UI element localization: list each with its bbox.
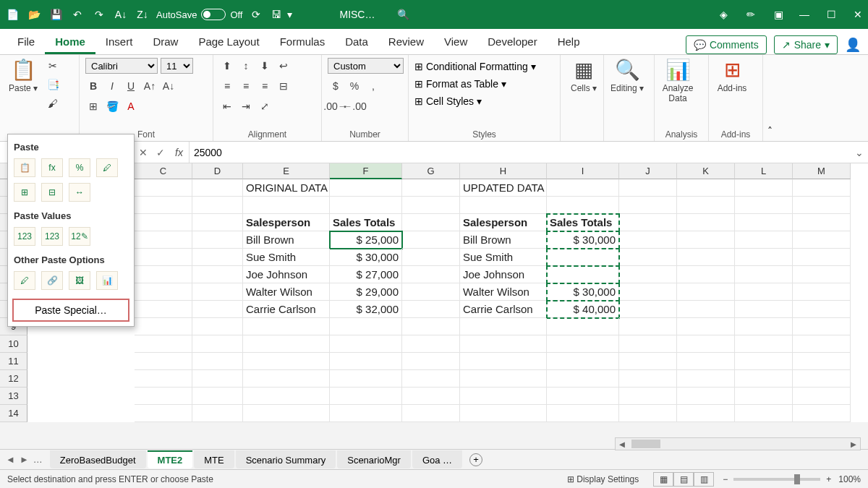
cell-H8[interactable]: Carrie Carlson: [460, 301, 547, 318]
cell-G14[interactable]: [402, 405, 460, 422]
paste-option-3-icon[interactable]: %: [69, 158, 90, 177]
cell-H6[interactable]: Joe Johnson: [460, 266, 547, 283]
tab-insert[interactable]: Insert: [95, 31, 143, 54]
cell-C11[interactable]: [135, 353, 192, 370]
cell-J1[interactable]: [619, 179, 677, 197]
toggle-switch[interactable]: [201, 9, 226, 20]
cells-button[interactable]: ▦ Cells ▾: [566, 58, 601, 93]
row-header-14[interactable]: 14: [0, 405, 27, 422]
cell-K2[interactable]: [677, 197, 735, 214]
cell-F8[interactable]: $ 32,000: [330, 301, 402, 318]
cell-G6[interactable]: [402, 266, 460, 283]
scroll-left-icon[interactable]: ◄: [616, 439, 629, 450]
cell-M4[interactable]: [793, 231, 851, 249]
cell-F2[interactable]: [330, 197, 402, 214]
cell-K11[interactable]: [677, 353, 735, 370]
cell-J4[interactable]: [619, 231, 677, 249]
normal-view-icon[interactable]: ▦: [653, 472, 673, 487]
cell-F14[interactable]: [330, 405, 402, 422]
search-icon[interactable]: 🔍: [396, 8, 409, 21]
font-size-select[interactable]: 11: [161, 58, 193, 74]
cell-I4[interactable]: $ 30,000: [547, 231, 619, 249]
save-icon[interactable]: 💾: [49, 8, 62, 21]
wrap-text-icon[interactable]: ↩: [276, 58, 292, 74]
align-top-icon[interactable]: ⬆: [219, 58, 235, 74]
cell-L1[interactable]: [735, 179, 793, 197]
col-header-F[interactable]: F: [330, 163, 402, 179]
paste-button[interactable]: 📋 Paste ▾: [6, 58, 41, 93]
row-header-12[interactable]: 12: [0, 370, 27, 388]
sheet-tab-5[interactable]: ScenarioMgr: [337, 450, 411, 468]
cell-M5[interactable]: [793, 249, 851, 266]
cell-G8[interactable]: [402, 301, 460, 318]
cell-L5[interactable]: [735, 249, 793, 266]
cell-L2[interactable]: [735, 197, 793, 214]
cell-F11[interactable]: [330, 353, 402, 370]
tab-home[interactable]: Home: [45, 31, 95, 54]
align-bottom-icon[interactable]: ⬇: [257, 58, 273, 74]
cell-D6[interactable]: [192, 266, 243, 283]
tab-file[interactable]: File: [7, 31, 45, 54]
paste-values-2-icon[interactable]: 123: [41, 227, 63, 246]
editing-button[interactable]: 🔍 Editing ▾: [610, 58, 644, 93]
cell-L14[interactable]: [735, 405, 793, 422]
cell-L12[interactable]: [735, 370, 793, 388]
page-break-icon[interactable]: ▥: [694, 472, 714, 487]
number-format-select[interactable]: Custom: [328, 58, 404, 74]
save2-icon[interactable]: 🖫: [270, 8, 283, 21]
display-settings-button[interactable]: ⊞ Display Settings: [567, 474, 639, 484]
fill-color-icon[interactable]: 🪣: [104, 98, 120, 114]
cell-J7[interactable]: [619, 283, 677, 301]
font-name-select[interactable]: Calibri: [85, 58, 158, 74]
cell-G4[interactable]: [402, 231, 460, 249]
cell-I14[interactable]: [547, 405, 619, 422]
sheet-next-icon[interactable]: ►: [20, 454, 29, 465]
col-header-J[interactable]: J: [619, 163, 677, 179]
cell-K10[interactable]: [677, 335, 735, 353]
cell-E5[interactable]: Sue Smith: [243, 249, 330, 266]
tab-draw[interactable]: Draw: [142, 31, 188, 54]
cell-I5[interactable]: [547, 249, 619, 266]
cell-J12[interactable]: [619, 370, 677, 388]
analyze-data-button[interactable]: 📊 Analyze Data: [660, 58, 695, 103]
cell-H5[interactable]: Sue Smith: [460, 249, 547, 266]
cell-E4[interactable]: Bill Brown: [243, 231, 330, 249]
cell-E8[interactable]: Carrie Carlson: [243, 301, 330, 318]
paste-option-4-icon[interactable]: 🖊: [96, 158, 118, 177]
cell-C8[interactable]: [135, 301, 192, 318]
cell-H2[interactable]: [460, 197, 547, 214]
row-header-11[interactable]: 11: [0, 353, 27, 370]
bold-icon[interactable]: B: [85, 78, 101, 94]
cell-L9[interactable]: [735, 318, 793, 335]
cell-E7[interactable]: Walter Wilson: [243, 283, 330, 301]
align-center-icon[interactable]: ≡: [238, 78, 254, 94]
borders-icon[interactable]: ⊞: [85, 98, 101, 114]
cell-I6[interactable]: [547, 266, 619, 283]
tab-data[interactable]: Data: [335, 31, 378, 54]
tab-developer[interactable]: Developer: [477, 31, 547, 54]
cell-C3[interactable]: [135, 214, 192, 231]
cell-C10[interactable]: [135, 335, 192, 353]
cell-I7[interactable]: $ 30,000: [547, 283, 619, 301]
col-header-E[interactable]: E: [243, 163, 330, 179]
cell-F12[interactable]: [330, 370, 402, 388]
tab-formulas[interactable]: Formulas: [270, 31, 336, 54]
col-header-M[interactable]: M: [793, 163, 851, 179]
cell-E11[interactable]: [243, 353, 330, 370]
increase-indent-icon[interactable]: ⇥: [238, 98, 254, 114]
paste-option-7-icon[interactable]: ↔: [69, 183, 90, 202]
col-header-K[interactable]: K: [677, 163, 735, 179]
cell-E12[interactable]: [243, 370, 330, 388]
paste-other-3-icon[interactable]: 🖼: [69, 271, 90, 290]
italic-icon[interactable]: I: [104, 78, 120, 94]
user-icon[interactable]: 👤: [845, 37, 861, 53]
cell-M1[interactable]: [793, 179, 851, 197]
cell-I13[interactable]: [547, 388, 619, 405]
sheet-more-icon[interactable]: …: [33, 454, 43, 465]
cell-L7[interactable]: [735, 283, 793, 301]
addins-button[interactable]: ⊞ Add-ins: [715, 58, 749, 93]
paste-values-1-icon[interactable]: 123: [14, 227, 35, 246]
cell-M2[interactable]: [793, 197, 851, 214]
cell-D5[interactable]: [192, 249, 243, 266]
cell-E3[interactable]: Salesperson: [243, 214, 330, 231]
